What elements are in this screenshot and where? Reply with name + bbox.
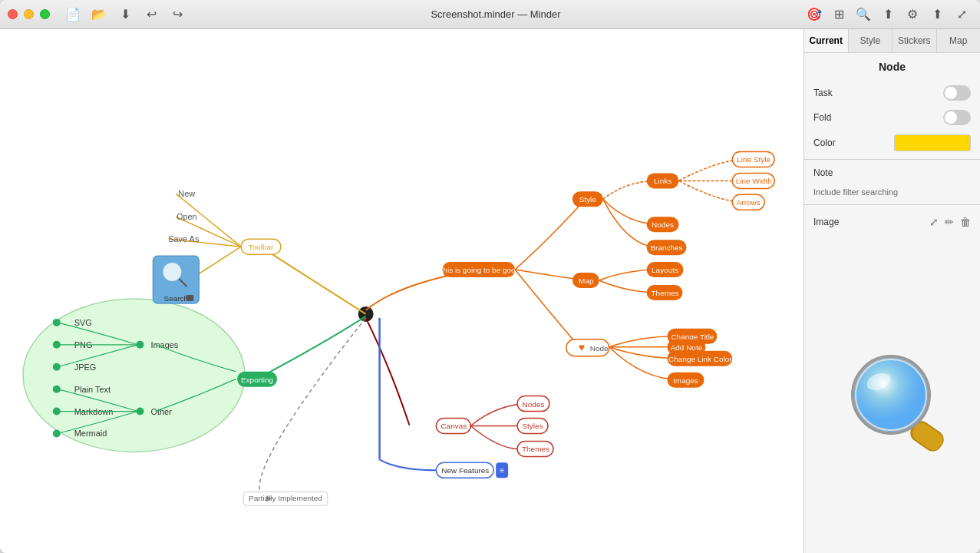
- canvas-area[interactable]: Toolbar New Open Save As Search: [0, 29, 803, 553]
- close-button[interactable]: [8, 9, 18, 19]
- svg-text:Exporting: Exporting: [241, 376, 273, 384]
- panel-divider: [804, 159, 980, 160]
- svg-text:Layouts: Layouts: [652, 266, 678, 274]
- grid-icon[interactable]: ⊞: [828, 4, 850, 25]
- svg-point-12: [163, 263, 181, 281]
- svg-text:Change Link Color: Change Link Color: [668, 355, 732, 363]
- svg-text:Canvas: Canvas: [441, 422, 467, 430]
- svg-text:≡: ≡: [500, 466, 504, 475]
- svg-text:Toolbar: Toolbar: [249, 243, 274, 251]
- right-panel: Current Style Stickers Map Node Task Fol…: [803, 29, 980, 553]
- svg-text:New Features: New Features: [441, 466, 489, 475]
- edit-image-icon[interactable]: ✏: [945, 216, 954, 228]
- undo-icon[interactable]: ↩: [140, 4, 162, 25]
- svg-text:Partially Implemented: Partially Implemented: [249, 494, 322, 502]
- svg-line-1: [260, 247, 366, 314]
- image-label: Image ⤢ ✏ 🗑: [813, 216, 971, 228]
- mindmap-svg: Toolbar New Open Save As Search: [0, 29, 803, 553]
- export-icon[interactable]: ⬆: [926, 4, 948, 25]
- magnifier-svg: [831, 332, 954, 462]
- svg-rect-15: [186, 295, 193, 301]
- task-label: Task: [813, 88, 943, 98]
- fold-row: Fold: [804, 105, 980, 130]
- color-row: Color: [804, 130, 980, 156]
- svg-text:SVG: SVG: [74, 318, 92, 327]
- svg-text:Line Style: Line Style: [737, 155, 770, 164]
- expand-image-icon[interactable]: ⤢: [929, 216, 939, 228]
- svg-text:This is going to be good: This is going to be good: [438, 266, 520, 274]
- svg-point-61: [53, 429, 61, 437]
- tab-current[interactable]: Current: [804, 29, 849, 52]
- task-toggle[interactable]: [943, 85, 971, 101]
- svg-text:Add Note: Add Note: [671, 343, 703, 352]
- app-window: 📄 📂 ⬇ ↩ ↪ Screenshot.minder — Minder 🎯 ⊞…: [0, 0, 980, 553]
- note-label: Note: [813, 167, 971, 178]
- svg-text:Save As: Save As: [168, 234, 200, 243]
- svg-text:Nodes: Nodes: [523, 400, 545, 409]
- fullscreen-icon[interactable]: ⤢: [951, 4, 972, 25]
- svg-text:Branches: Branches: [650, 243, 682, 252]
- svg-point-57: [53, 386, 61, 393]
- svg-text:Line Width: Line Width: [736, 177, 772, 185]
- svg-text:JPEG: JPEG: [74, 363, 97, 372]
- magnifier-image: [804, 240, 980, 553]
- svg-text:Themes: Themes: [652, 289, 679, 297]
- settings-icon[interactable]: ⚙: [902, 4, 923, 25]
- svg-text:Nodes: Nodes: [652, 220, 674, 229]
- zoom-in-icon[interactable]: 🔍: [853, 4, 874, 25]
- left-toolbar: 📄 📂 ⬇ ↩ ↪: [62, 4, 188, 25]
- image-section: Image ⤢ ✏ 🗑: [804, 208, 980, 240]
- svg-point-86: [854, 358, 928, 432]
- svg-text:Arrows: Arrows: [737, 198, 761, 207]
- svg-text:Links: Links: [654, 177, 671, 185]
- svg-text:Map: Map: [579, 276, 594, 285]
- note-text: Include filter searching: [804, 183, 980, 201]
- fold-label: Fold: [813, 112, 943, 123]
- task-row: Task: [804, 81, 980, 105]
- delete-image-icon[interactable]: 🗑: [960, 216, 971, 228]
- svg-text:Other: Other: [150, 407, 172, 416]
- svg-text:Mermaid: Mermaid: [74, 429, 107, 438]
- panel-divider-2: [804, 204, 980, 205]
- window-title: Screenshot.minder — Minder: [194, 8, 797, 20]
- svg-text:Themes: Themes: [522, 445, 549, 453]
- share-icon[interactable]: ⬆: [877, 4, 899, 25]
- svg-text:Open: Open: [177, 212, 197, 221]
- tab-stickers[interactable]: Stickers: [893, 29, 937, 52]
- color-swatch[interactable]: [894, 134, 971, 151]
- minimize-button[interactable]: [24, 9, 34, 19]
- color-label: Color: [813, 137, 894, 148]
- svg-text:Node: Node: [590, 344, 609, 353]
- svg-point-55: [53, 363, 61, 371]
- main-content: Toolbar New Open Save As Search: [0, 29, 980, 553]
- svg-text:♥: ♥: [579, 341, 585, 353]
- right-toolbar: 🎯 ⊞ 🔍 ⬆ ⚙ ⬆ ⤢: [803, 4, 972, 25]
- svg-text:Styles: Styles: [522, 422, 543, 430]
- open-icon[interactable]: 📂: [88, 4, 110, 25]
- svg-text:Search: Search: [164, 294, 189, 303]
- svg-text:Images: Images: [673, 376, 698, 385]
- note-row: Note: [804, 163, 980, 183]
- redo-icon[interactable]: ↪: [167, 4, 188, 25]
- svg-point-51: [53, 319, 61, 326]
- panel-tabs: Current Style Stickers Map: [804, 29, 980, 53]
- tab-map[interactable]: Map: [937, 29, 981, 52]
- svg-text:Style: Style: [579, 195, 597, 204]
- new-icon[interactable]: 📄: [62, 4, 84, 25]
- target-icon[interactable]: 🎯: [803, 4, 825, 25]
- titlebar: 📄 📂 ⬇ ↩ ↪ Screenshot.minder — Minder 🎯 ⊞…: [0, 0, 980, 29]
- save-icon[interactable]: ⬇: [114, 4, 136, 25]
- fold-toggle[interactable]: [943, 110, 971, 125]
- maximize-button[interactable]: [40, 9, 50, 19]
- panel-section-title: Node: [804, 53, 980, 81]
- image-icons: ⤢ ✏ 🗑: [929, 216, 971, 228]
- svg-text:New: New: [178, 189, 195, 198]
- svg-text:Plain Text: Plain Text: [74, 385, 111, 394]
- tab-style[interactable]: Style: [849, 29, 893, 52]
